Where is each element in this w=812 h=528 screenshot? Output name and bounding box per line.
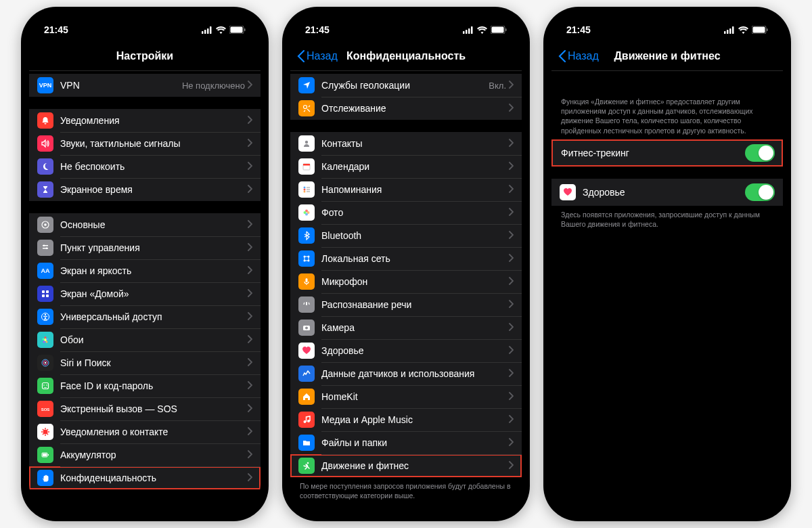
cell-lan[interactable]: Локальная сеть (290, 247, 522, 270)
chevron-right-icon (509, 183, 514, 196)
content[interactable]: Службы геолокации Вкл. Отслеживание Конт… (290, 71, 522, 513)
chevron-right-icon (248, 357, 252, 369)
svg-point-10 (43, 244, 45, 246)
back-button[interactable]: Назад (558, 50, 599, 62)
chevron-right-icon (509, 368, 514, 380)
svg-point-33 (43, 430, 48, 435)
group-vpn: VPN VPN Не подключено (29, 74, 261, 97)
cell-siri[interactable]: Siri и Поиск (29, 351, 261, 374)
svg-point-48 (304, 187, 306, 189)
cell-label: Основные (60, 219, 248, 230)
cell-SOS[interactable]: SOS Экстренный вызов — SOS (29, 397, 261, 420)
svg-rect-40 (471, 26, 473, 34)
cell-bt[interactable]: Bluetooth (290, 224, 522, 247)
cell-covid[interactable]: Уведомления о контакте (29, 420, 261, 443)
access-icon (37, 309, 53, 325)
wifi-icon (477, 26, 487, 34)
svg-rect-63 (306, 302, 307, 305)
svg-rect-62 (306, 278, 308, 282)
svg-point-20 (44, 338, 47, 341)
svg-text:SOS: SOS (41, 408, 50, 412)
bell-icon (37, 112, 53, 129)
phone-privacy: 21:45 Назад Конфиденциальность Службы ге… (282, 7, 530, 521)
covid-icon (37, 424, 53, 440)
content[interactable]: VPN VPN Не подключено Уведомления Звуки,… (29, 71, 261, 513)
calendar-icon (298, 158, 315, 175)
cell-sound[interactable]: Звуки, тактильные сигналы (29, 132, 261, 155)
cell-label: Экранное время (60, 184, 248, 195)
fitness-toggle[interactable] (745, 144, 775, 162)
cell-label: Локальная сеть (321, 253, 509, 264)
cell-label: Универсальный доступ (60, 311, 248, 322)
cell-sensor[interactable]: Данные датчиков и использования (290, 362, 522, 385)
svg-rect-0 (202, 31, 204, 34)
cell-grid[interactable]: Экран «Домой» (29, 282, 261, 305)
cell-folder[interactable]: Файлы и папки (290, 431, 522, 454)
batt-icon (37, 447, 53, 463)
status-time: 21:45 (566, 24, 591, 35)
svg-point-19 (45, 314, 46, 315)
cell-speech[interactable]: Распознавание речи (290, 293, 522, 316)
cell-hourglass[interactable]: Экранное время (29, 178, 261, 201)
cell-moon[interactable]: Не беспокоить (29, 155, 261, 178)
cell-reminders[interactable]: Напоминания (290, 178, 522, 201)
status-indicators (463, 26, 507, 34)
cell-home[interactable]: HomeKit (290, 385, 522, 408)
svg-rect-72 (732, 26, 734, 34)
chevron-right-icon (509, 299, 514, 311)
cell-detail: Не подключено (182, 81, 245, 91)
signal-icon (202, 26, 212, 34)
cell-gear[interactable]: Основные (29, 213, 261, 236)
cell-loc[interactable]: Службы геолокации Вкл. (290, 74, 522, 97)
cell-label: Календари (321, 161, 509, 172)
cell-label: Face ID и код-пароль (60, 380, 248, 391)
cell-calendar[interactable]: Календари (290, 155, 522, 178)
cell-label: Фитнес-трекинг (561, 148, 745, 158)
svg-rect-47 (303, 164, 310, 166)
cell-AA[interactable]: AA Экран и яркость (29, 259, 261, 282)
svg-rect-36 (48, 454, 49, 456)
cell-sliders[interactable]: Пункт управления (29, 236, 261, 259)
chevron-right-icon (248, 219, 252, 231)
cell-access[interactable]: Универсальный доступ (29, 305, 261, 328)
battery-icon (229, 26, 246, 34)
cell-vpn[interactable]: VPN VPN Не подключено (29, 74, 261, 97)
screen: 21:45 Назад Конфиденциальность Службы ге… (290, 15, 522, 513)
cell-camera[interactable]: Камера (290, 316, 522, 339)
SOS-icon: SOS (37, 401, 53, 417)
cell-hand[interactable]: Конфиденциальность (29, 466, 261, 489)
cell-health[interactable]: Здоровье (290, 339, 522, 362)
cell-label: VPN (60, 80, 182, 91)
cell-flower[interactable]: Обои (29, 328, 261, 351)
svg-point-23 (46, 341, 48, 343)
battery-icon (752, 26, 768, 34)
wifi-icon (738, 26, 748, 34)
svg-rect-1 (204, 30, 206, 34)
cell-label: Экран «Домой» (60, 288, 248, 299)
cell-run[interactable]: Движение и фитнес (290, 454, 522, 477)
sensor-icon (298, 366, 315, 382)
group-fitness: Фитнес-трекинг (551, 139, 783, 167)
cell-batt[interactable]: Аккумулятор (29, 443, 261, 466)
cell-track[interactable]: Отслеживание (290, 97, 522, 120)
cell-fitness-tracking[interactable]: Фитнес-трекинг (551, 139, 783, 167)
back-button[interactable]: Назад (297, 50, 338, 62)
health-toggle[interactable] (745, 183, 775, 201)
hand-icon (37, 470, 53, 486)
chevron-right-icon (509, 414, 514, 426)
contacts-icon (298, 135, 315, 152)
cell-bell[interactable]: Уведомления (29, 109, 261, 132)
cell-contacts[interactable]: Контакты (290, 132, 522, 155)
svg-rect-35 (43, 454, 47, 456)
svg-point-25 (43, 338, 45, 340)
cell-health[interactable]: Здоровье (551, 179, 783, 206)
cell-mic[interactable]: Микрофон (290, 270, 522, 293)
svg-rect-38 (466, 30, 468, 34)
content[interactable]: Функция «Движение и фитнес» предоставляе… (551, 71, 783, 513)
cell-music[interactable]: Медиа и Apple Music (290, 408, 522, 431)
cell-face[interactable]: Face ID и код-пароль (29, 374, 261, 397)
status-indicators (724, 26, 768, 34)
reminders-icon (298, 181, 315, 198)
cell-photos[interactable]: Фото (290, 201, 522, 224)
chevron-right-icon (509, 137, 514, 150)
